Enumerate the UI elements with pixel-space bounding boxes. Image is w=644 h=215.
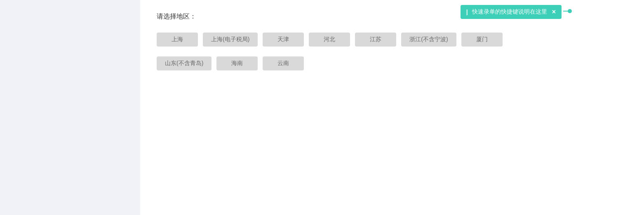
tooltip-close-button[interactable]: × bbox=[552, 8, 556, 16]
region-btn-xiamen[interactable]: 厦门 bbox=[461, 33, 503, 47]
main-content: 请选择地区： 上海 上海(电子税局) 天津 河北 江苏 浙江(不含宁波) 厦门 … bbox=[140, 0, 644, 215]
region-btn-zhejiang[interactable]: 浙江(不含宁波) bbox=[401, 33, 456, 47]
region-btn-hainan[interactable]: 海南 bbox=[216, 56, 258, 70]
region-btn-shanghai-etax[interactable]: 上海(电子税局) bbox=[203, 33, 258, 47]
sidebar bbox=[0, 0, 140, 215]
region-buttons-container: 上海 上海(电子税局) 天津 河北 江苏 浙江(不含宁波) 厦门 山东(不含青岛… bbox=[157, 33, 628, 70]
connector-dot bbox=[568, 9, 572, 13]
region-btn-shandong[interactable]: 山东(不含青岛) bbox=[157, 56, 212, 70]
tooltip-banner: 快速录单的快捷键说明在这里 × bbox=[461, 5, 562, 19]
region-btn-shanghai[interactable]: 上海 bbox=[157, 33, 198, 47]
tooltip-text: 快速录单的快捷键说明在这里 bbox=[472, 8, 547, 16]
region-btn-tianjin[interactable]: 天津 bbox=[263, 33, 304, 47]
region-btn-yunnan[interactable]: 云南 bbox=[263, 56, 304, 70]
region-btn-jiangsu[interactable]: 江苏 bbox=[355, 33, 396, 47]
region-btn-hebei[interactable]: 河北 bbox=[309, 33, 350, 47]
